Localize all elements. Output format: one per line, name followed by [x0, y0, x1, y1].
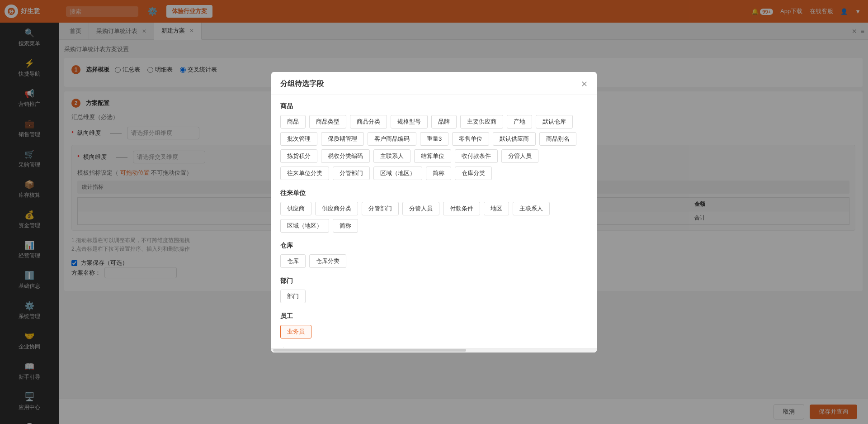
staff-field-tags: 业务员 [280, 325, 588, 338]
field-tag[interactable]: 重量3 [420, 132, 448, 146]
dept-field-tags: 部门 [280, 290, 588, 303]
field-tag[interactable]: 批次管理 [280, 132, 317, 146]
group-title-warehouse: 仓库 [280, 242, 588, 250]
field-tag[interactable]: 简称 [333, 219, 358, 233]
field-tag[interactable]: 仓库分类 [455, 167, 492, 180]
field-group-dept: 部门 部门 [280, 277, 588, 303]
field-tag[interactable]: 零售单位 [452, 132, 489, 146]
field-tag[interactable]: 客户商品编码 [368, 132, 416, 146]
field-tag[interactable]: 保质期管理 [321, 132, 364, 146]
modal: 分组待选字段 ✕ 商品 商品 商品类型 商品分类 规格型号 品牌 主要供应商 产… [271, 72, 597, 353]
field-tag[interactable]: 结算单位 [414, 149, 451, 163]
group-title-product: 商品 [280, 102, 588, 110]
field-tag[interactable]: 默认仓库 [536, 115, 573, 129]
field-tag[interactable]: 部门 [280, 290, 306, 303]
field-tag[interactable]: 税收分类编码 [321, 149, 370, 163]
product-field-tags: 商品 商品类型 商品分类 规格型号 品牌 主要供应商 产地 默认仓库 批次管理 … [280, 115, 588, 180]
modal-header: 分组待选字段 ✕ [271, 72, 597, 95]
field-tag[interactable]: 拣货积分 [280, 149, 317, 163]
modal-hscroll [271, 348, 597, 353]
field-tag[interactable]: 主要供应商 [460, 115, 503, 129]
field-tag[interactable]: 商品 [280, 115, 306, 129]
field-tag[interactable]: 收付款条件 [455, 149, 498, 163]
field-tag[interactable]: 主联系人 [513, 202, 550, 215]
modal-close-button[interactable]: ✕ [581, 79, 588, 89]
field-tag[interactable]: 区域（地区） [280, 219, 329, 233]
modal-overlay: 分组待选字段 ✕ 商品 商品 商品类型 商品分类 规格型号 品牌 主要供应商 产… [0, 0, 868, 424]
partner-field-tags: 供应商 供应商分类 分管部门 分管人员 付款条件 地区 主联系人 区域（地区） … [280, 202, 588, 233]
field-tag[interactable]: 商品别名 [539, 132, 576, 146]
field-tag[interactable]: 分管部门 [333, 167, 370, 180]
field-tag[interactable]: 供应商 [280, 202, 311, 215]
field-tag[interactable]: 分管人员 [501, 149, 538, 163]
field-tag[interactable]: 分管部门 [362, 202, 399, 215]
field-tag[interactable]: 品牌 [431, 115, 457, 129]
field-group-product: 商品 商品 商品类型 商品分类 规格型号 品牌 主要供应商 产地 默认仓库 批次… [280, 102, 588, 180]
group-title-partner: 往来单位 [280, 189, 588, 197]
field-group-partner: 往来单位 供应商 供应商分类 分管部门 分管人员 付款条件 地区 主联系人 区域… [280, 189, 588, 233]
modal-title: 分组待选字段 [280, 79, 324, 89]
field-tag[interactable]: 往来单位分类 [280, 167, 329, 180]
field-tag[interactable]: 商品类型 [309, 115, 346, 129]
modal-hscroll-thumb[interactable] [273, 349, 466, 352]
group-title-dept: 部门 [280, 277, 588, 285]
field-tag[interactable]: 供应商分类 [315, 202, 358, 215]
field-tag[interactable]: 商品分类 [350, 115, 387, 129]
field-tag[interactable]: 默认供应商 [493, 132, 536, 146]
field-tag[interactable]: 仓库分类 [309, 254, 346, 268]
modal-body: 商品 商品 商品类型 商品分类 规格型号 品牌 主要供应商 产地 默认仓库 批次… [271, 95, 597, 348]
warehouse-field-tags: 仓库 仓库分类 [280, 254, 588, 268]
field-tag[interactable]: 付款条件 [443, 202, 480, 215]
field-tag[interactable]: 区域（地区） [373, 167, 422, 180]
field-tag[interactable]: 分管人员 [402, 202, 439, 215]
field-tag[interactable]: 规格型号 [391, 115, 428, 129]
field-tag-selected[interactable]: 业务员 [280, 325, 311, 338]
field-group-warehouse: 仓库 仓库 仓库分类 [280, 242, 588, 268]
field-group-staff: 员工 业务员 [280, 312, 588, 338]
field-tag[interactable]: 简称 [426, 167, 451, 180]
field-tag[interactable]: 仓库 [280, 254, 306, 268]
group-title-staff: 员工 [280, 312, 588, 320]
field-tag[interactable]: 产地 [507, 115, 532, 129]
field-tag[interactable]: 地区 [484, 202, 509, 215]
field-tag[interactable]: 主联系人 [373, 149, 410, 163]
